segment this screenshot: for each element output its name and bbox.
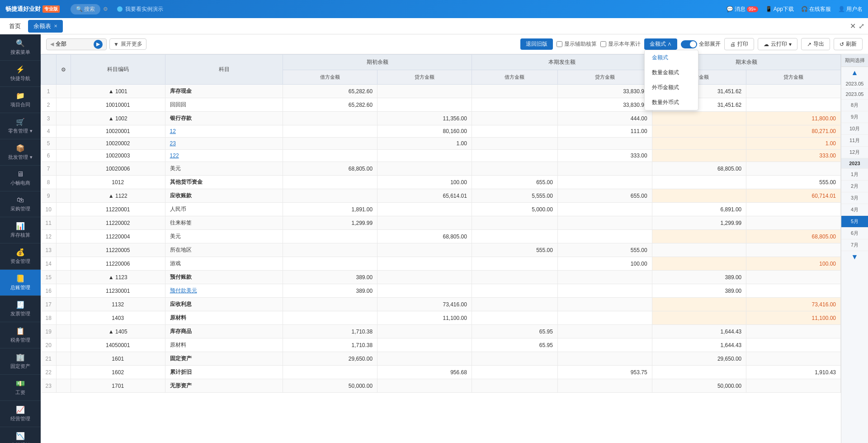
sidebar-item-inventory[interactable]: 📊 库存核算 — [0, 217, 41, 243]
period-item-dec[interactable]: 12月 — [841, 147, 868, 158]
period-item-1[interactable]: 2023.05 — [841, 89, 868, 100]
sidebar-item-purchase[interactable]: 🛍 采购管理 — [0, 191, 41, 217]
period-item-jan[interactable]: 1月 — [841, 169, 868, 181]
export-btn[interactable]: ↗ 导出 — [801, 38, 830, 50]
sidebar-item-quicknav[interactable]: ⚡ 快捷导航 — [0, 61, 41, 87]
format-option-qty-foreign[interactable]: 数量外币式 — [645, 95, 698, 110]
table-row: 9▲ 1122应收账款65,614.015,555.00655.0060,714… — [41, 189, 841, 203]
cell-name: 预付账款 — [165, 271, 283, 284]
cell-name: 应收账款 — [165, 189, 283, 203]
show-aux-label: 显示辅助核算 — [564, 40, 597, 48]
cell-code: 14050001 — [71, 338, 165, 352]
nav-forward-btn[interactable]: ▶ — [94, 40, 103, 49]
sidebar-item-operation[interactable]: 📈 经营管理 — [0, 401, 41, 427]
cell-expand — [56, 311, 71, 325]
show-year-check[interactable]: 显示本年累计 — [600, 40, 641, 48]
period-sidebar: 期间选择 ▲ 2023.05 2023.05 8月 9月 10月 11月 12月… — [841, 54, 868, 443]
cell-closing-credit — [746, 162, 841, 176]
cell-current-credit — [557, 162, 652, 176]
period-item-may[interactable]: 5月 — [841, 216, 868, 228]
format-dropdown-btn[interactable]: 金额式 ∧ — [644, 38, 677, 50]
table-row: 19▲ 1405库存商品1,710.3865.951,644.43 — [41, 325, 841, 338]
period-item-0[interactable]: 2023.05 — [841, 79, 868, 89]
back-old-btn[interactable]: 退回旧版 — [520, 38, 553, 50]
period-item-sep[interactable]: 9月 — [841, 111, 868, 123]
cell-rownum: 12 — [41, 230, 57, 243]
sidebar-salary-label: 工资 — [3, 389, 38, 396]
period-item-nov[interactable]: 11月 — [841, 135, 868, 147]
cell-name[interactable]: 12 — [165, 125, 283, 138]
cell-name: 其他货币资金 — [165, 176, 283, 189]
tab-close-all[interactable]: ✕ — [850, 22, 856, 30]
top-search-area: 🔍 搜索 ⚙ — [71, 4, 108, 14]
period-nav-down[interactable]: ▼ — [841, 251, 868, 263]
cell-current-debit — [472, 311, 557, 325]
quicknav-icon: ⚡ — [3, 65, 38, 74]
message-btn[interactable]: 💬 消息 99+ — [726, 5, 758, 13]
cloud-print-btn[interactable]: ☁ 云打印 ▾ — [758, 38, 797, 50]
cell-code: 1403 — [71, 311, 165, 325]
sidebar-item-wholesale[interactable]: 📦 批发管理 ▾ — [0, 139, 41, 166]
expand-more-label: 展开更多 — [121, 40, 142, 48]
cell-name: 银行存款 — [165, 112, 283, 125]
period-item-aug[interactable]: 8月 — [841, 100, 868, 111]
expand-all-toggle-btn[interactable] — [681, 40, 697, 48]
top-search-box[interactable]: 🔍 搜索 — [71, 4, 100, 14]
sidebar-item-ledger[interactable]: 📒 总账管理 — [0, 270, 41, 296]
cell-name[interactable]: 预付款美元 — [165, 284, 283, 298]
print-btn[interactable]: 🖨 打印 — [724, 38, 754, 50]
show-year-checkbox[interactable] — [600, 41, 606, 47]
format-option-amount[interactable]: 金额式 — [645, 50, 698, 65]
main-layout: 🔍 搜索菜单 ⚡ 快捷导航 📁 项目合同 🛒 零售管理 ▾ 📦 批发管理 ▾ 🖥… — [0, 34, 868, 443]
sidebar-item-retail[interactable]: 🛒 零售管理 ▾ — [0, 113, 41, 139]
online-service-btn[interactable]: 🎧 在线客服 — [801, 5, 831, 13]
sidebar-item-salary[interactable]: 💵 工资 — [0, 375, 41, 401]
tab-expand[interactable]: ⤢ — [859, 22, 864, 30]
refresh-btn[interactable]: ↺ 刷新 — [834, 38, 863, 50]
sidebar-item-report[interactable]: 📉 小畅报销 — [0, 427, 41, 443]
top-settings-icon[interactable]: ⚙ — [103, 6, 108, 12]
tab-balance[interactable]: 余额表 ✕ — [28, 20, 63, 33]
cell-name[interactable]: 122 — [165, 150, 283, 162]
sidebar-item-project[interactable]: 📁 项目合同 — [0, 87, 41, 113]
period-nav-up[interactable]: ▲ — [841, 67, 868, 79]
show-aux-checkbox[interactable] — [557, 41, 562, 47]
show-aux-check[interactable]: 显示辅助核算 — [557, 40, 597, 48]
cell-closing-debit — [652, 112, 746, 125]
tab-balance-close[interactable]: ✕ — [54, 24, 57, 29]
cell-rownum: 2 — [41, 98, 57, 112]
cell-opening-debit — [283, 138, 377, 150]
demo-link[interactable]: 我要看实例演示 — [125, 5, 163, 13]
search-input[interactable] — [56, 41, 92, 48]
period-item-jun[interactable]: 6月 — [841, 228, 868, 239]
cell-name: 累计折旧 — [165, 366, 283, 379]
cell-name[interactable]: 23 — [165, 138, 283, 150]
sidebar-item-ecommerce[interactable]: 🖥 小畅电商 — [0, 166, 41, 191]
format-option-foreign-amount[interactable]: 外币金额式 — [645, 80, 698, 95]
period-item-oct[interactable]: 10月 — [841, 123, 868, 135]
sidebar-item-invoice[interactable]: 🧾 发票管理 — [0, 296, 41, 322]
cell-expand — [56, 298, 71, 311]
operation-icon: 📈 — [3, 405, 38, 414]
sidebar-item-assets[interactable]: 🏢 固定资产 — [0, 348, 41, 375]
period-item-jul[interactable]: 7月 — [841, 239, 868, 251]
app-download-btn[interactable]: 📱 App下载 — [765, 5, 794, 13]
sidebar-item-finance[interactable]: 💰 资金管理 — [0, 243, 41, 270]
tab-bar: 首页 余额表 ✕ ✕ ⤢ — [0, 18, 868, 34]
tab-home[interactable]: 首页 — [4, 20, 26, 33]
sidebar-item-tax[interactable]: 📋 税务管理 — [0, 322, 41, 348]
period-item-mar[interactable]: 3月 — [841, 192, 868, 204]
cell-closing-debit — [652, 243, 746, 257]
cell-expand — [56, 176, 71, 189]
period-item-feb[interactable]: 2月 — [841, 181, 868, 192]
th-settings[interactable]: ⚙ — [56, 55, 71, 85]
period-item-apr[interactable]: 4月 — [841, 204, 868, 216]
period-item-year-2023[interactable]: 2023 — [841, 158, 868, 169]
refresh-icon: ↺ — [840, 41, 844, 48]
sidebar-item-search[interactable]: 🔍 搜索菜单 — [0, 34, 41, 61]
user-area[interactable]: 👤 用户名 — [838, 5, 863, 13]
cell-closing-credit — [746, 271, 841, 284]
expand-more-btn[interactable]: ▼ 展开更多 — [109, 38, 146, 50]
format-option-qty-amount[interactable]: 数量金额式 — [645, 65, 698, 80]
username: 用户名 — [846, 5, 863, 13]
